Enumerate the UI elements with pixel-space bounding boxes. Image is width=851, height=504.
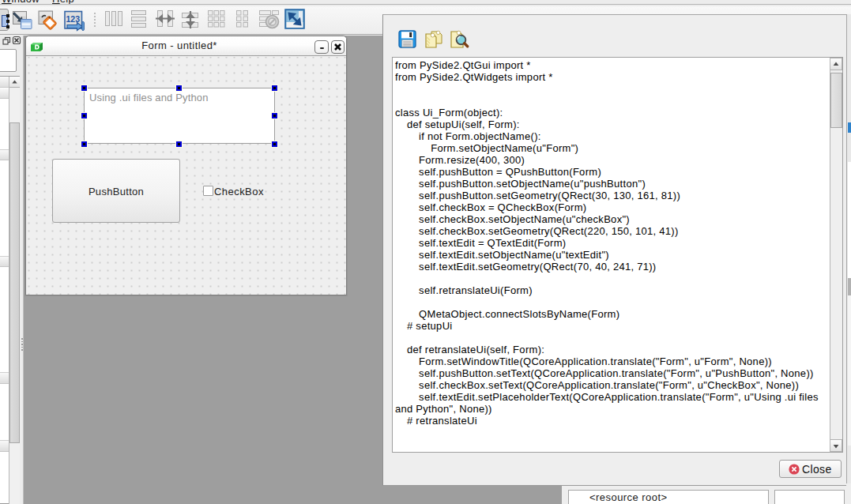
svg-text:123: 123 [66, 14, 81, 24]
